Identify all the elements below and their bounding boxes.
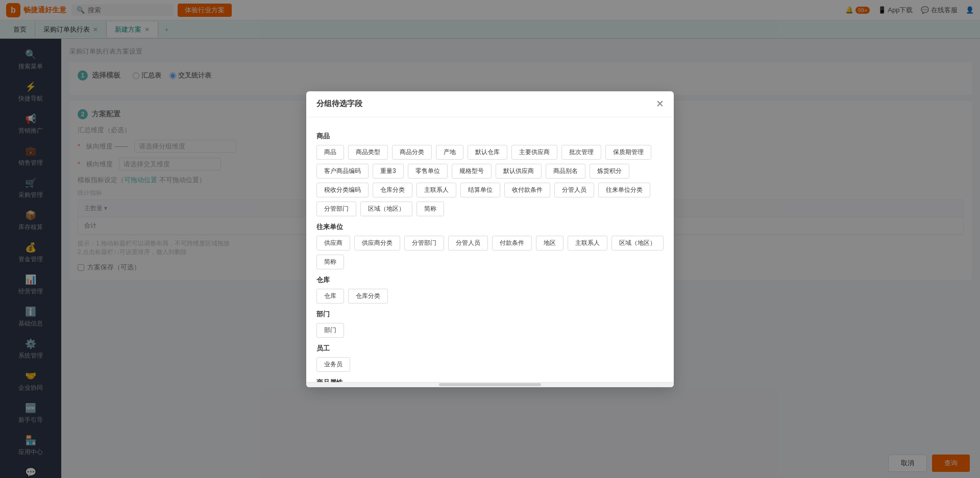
field-tag-region-product[interactable]: 区域（地区） [360, 202, 412, 216]
field-tag-product-type[interactable]: 商品类型 [348, 145, 388, 160]
field-tags-warehouse: 仓库 仓库分类 [316, 289, 664, 304]
group-title-warehouse: 仓库 [316, 275, 664, 285]
group-title-partner: 往来单位 [316, 222, 664, 232]
field-tags-product: 商品 商品类型 商品分类 产地 默认仓库 主要供应商 批次管理 保质期管理 客户… [316, 145, 664, 216]
modal-header: 分组待选字段 ✕ [306, 91, 674, 117]
field-tag-weight[interactable]: 重量3 [373, 164, 404, 179]
field-tag-batch-mgmt[interactable]: 批次管理 [561, 145, 601, 160]
modal-body: 商品 商品 商品类型 商品分类 产地 默认仓库 主要供应商 批次管理 保质期管理… [306, 117, 674, 382]
field-tag-retail-unit[interactable]: 零售单位 [408, 164, 448, 179]
field-tag-warehouse[interactable]: 仓库 [316, 289, 344, 304]
modal-overlay: 分组待选字段 ✕ 商品 商品 商品类型 商品分类 产地 默认仓库 主要供应商 批… [0, 0, 980, 478]
field-tags-department: 部门 [316, 323, 664, 338]
field-tag-warehouse-cat[interactable]: 仓库分类 [348, 289, 388, 304]
field-tag-department[interactable]: 部门 [316, 323, 344, 338]
field-tag-shelf-life[interactable]: 保质期管理 [605, 145, 651, 160]
field-tag-supplier-category[interactable]: 供应商分类 [354, 236, 400, 250]
field-tag-product-alias[interactable]: 商品别名 [546, 164, 585, 179]
field-tag-dept-supervisor2[interactable]: 分管部门 [404, 236, 444, 250]
field-tag-abbreviation-product[interactable]: 简称 [416, 202, 444, 216]
field-tag-abbreviation2[interactable]: 简称 [316, 255, 344, 269]
group-title-department: 部门 [316, 310, 664, 319]
field-tags-employee: 业务员 [316, 357, 664, 372]
field-tag-region2[interactable]: 区域（地区） [611, 236, 664, 250]
field-tag-payment-terms[interactable]: 收付款条件 [504, 183, 550, 197]
field-tag-tax-code[interactable]: 税收分类编码 [316, 183, 369, 197]
field-tag-main-supplier[interactable]: 主要供应商 [511, 145, 557, 160]
hscroll-thumb [439, 383, 541, 386]
group-title-employee: 员工 [316, 344, 664, 353]
field-tag-main-contact2[interactable]: 主联系人 [568, 236, 607, 250]
field-tag-default-warehouse[interactable]: 默认仓库 [468, 145, 507, 160]
field-tag-region-partner[interactable]: 地区 [536, 236, 564, 250]
field-tag-default-supplier[interactable]: 默认供应商 [496, 164, 542, 179]
field-tag-origin[interactable]: 产地 [436, 145, 463, 160]
group-title-product: 商品 [316, 132, 664, 141]
field-select-modal: 分组待选字段 ✕ 商品 商品 商品类型 商品分类 产地 默认仓库 主要供应商 批… [306, 91, 674, 387]
field-tag-refine-points[interactable]: 炼货积分 [590, 164, 629, 179]
field-tag-supervisor[interactable]: 分管人员 [554, 183, 594, 197]
field-tag-salesperson[interactable]: 业务员 [316, 357, 350, 372]
field-tag-dept-supervisor[interactable]: 分管部门 [316, 202, 356, 216]
field-tag-main-contact[interactable]: 主联系人 [416, 183, 456, 197]
field-tag-spec-model[interactable]: 规格型号 [452, 164, 492, 179]
field-tag-customer-sku[interactable]: 客户商品编码 [316, 164, 369, 179]
modal-hscroll [306, 382, 674, 387]
field-tags-partner: 供应商 供应商分类 分管部门 分管人员 付款条件 地区 主联系人 区域（地区） … [316, 236, 664, 269]
field-tag-settlement-unit[interactable]: 结算单位 [460, 183, 500, 197]
field-tag-product[interactable]: 商品 [316, 145, 344, 160]
field-tag-product-category[interactable]: 商品分类 [392, 145, 432, 160]
field-tag-supervisor2[interactable]: 分管人员 [448, 236, 488, 250]
field-tag-warehouse-category[interactable]: 仓库分类 [373, 183, 412, 197]
modal-close-icon[interactable]: ✕ [656, 98, 664, 110]
field-tag-payment-terms2[interactable]: 付款条件 [492, 236, 532, 250]
field-tag-partner-category[interactable]: 往来单位分类 [598, 183, 650, 197]
modal-title: 分组待选字段 [316, 99, 362, 109]
group-title-product-attr: 商品属性 [316, 378, 664, 382]
field-tag-supplier[interactable]: 供应商 [316, 236, 350, 250]
